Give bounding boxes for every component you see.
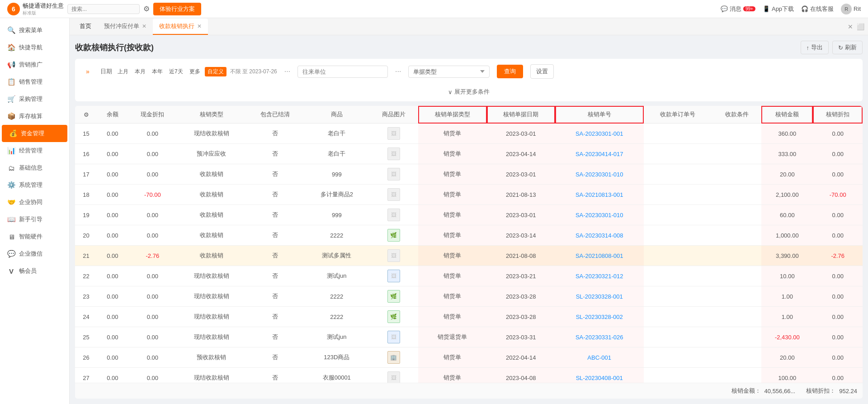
sidebar-item-member[interactable]: V 畅会员	[0, 262, 69, 280]
cell-goods: 999	[305, 205, 369, 225]
message-icon: 💬	[721, 5, 728, 12]
cell-goods-image: 🖼	[369, 124, 418, 144]
verify-number-link[interactable]: SL-20230408-001	[576, 375, 623, 381]
filter-date-last-month[interactable]: 上月	[116, 67, 130, 76]
tab-collection[interactable]: 收款核销执行 ✕	[153, 19, 208, 35]
cell-goods-image: 🖼	[369, 327, 418, 347]
cell-cash-discount: 0.00	[128, 124, 177, 144]
sidebar-item-purchase[interactable]: 🛒 采购管理	[0, 90, 69, 108]
table-header: ⚙ 余额 现金折扣 核销类型 包含已结清 商品 商品图片 核销单据类型 核销单据…	[75, 106, 863, 124]
tab-prepay[interactable]: 预付冲应付单 ✕	[98, 19, 153, 35]
filter-date-7days[interactable]: 近7天	[167, 67, 185, 76]
cell-verify-voucher-type: 销货单	[418, 347, 486, 368]
tab-home[interactable]: 首页	[73, 19, 98, 35]
verify-number-link[interactable]: SA-20230301-001	[576, 130, 623, 137]
verify-number-link[interactable]: SA-20230314-008	[576, 232, 623, 239]
cell-verify-type: 现结收款核销	[177, 327, 245, 347]
sidebar-item-basic[interactable]: 🗂 基础信息	[0, 159, 69, 176]
export-button[interactable]: ↑ 导出	[801, 41, 829, 54]
online-service-icon: 🎧	[801, 5, 808, 12]
sidebar-item-enterprise[interactable]: 🤝 企业协同	[0, 194, 69, 211]
sidebar-item-shortcut[interactable]: 🏠 快捷导航	[0, 39, 69, 56]
cell-payment-terms	[712, 124, 761, 144]
expand-more-button[interactable]: ∨ 展开更多条件	[448, 88, 490, 96]
sidebar-item-finance[interactable]: 💰 资金管理	[2, 125, 67, 142]
verify-number-link[interactable]: SL-20230328-002	[576, 314, 623, 320]
settings-gear-button[interactable]: ⚙	[143, 5, 150, 13]
cell-verify-type: 现结收款核销	[177, 124, 245, 144]
top-search-input[interactable]	[67, 4, 140, 14]
export-icon: ↑	[807, 44, 810, 51]
footer-verify-amount-value: 40,556,66...	[764, 388, 796, 394]
cell-verify-number: SA-20230331-026	[555, 327, 644, 347]
cell-collection-order	[644, 205, 712, 225]
verify-number-link[interactable]: SA-20230301-010	[576, 212, 623, 219]
verify-number-link[interactable]: SL-20230328-001	[576, 293, 623, 300]
sidebar-item-label: 系统管理	[19, 181, 42, 189]
filter-voucher-type-select[interactable]: 单据类型	[408, 66, 490, 78]
industry-solution-button[interactable]: 体验行业方案	[153, 3, 201, 15]
filter-toggle-button[interactable]: »	[82, 66, 93, 77]
goods-image: 🖼	[387, 249, 400, 262]
cell-collection-order	[644, 124, 712, 144]
refresh-button[interactable]: ↻ 刷新	[832, 41, 863, 54]
filter-partner-input[interactable]	[297, 66, 388, 78]
app-download-button[interactable]: 📱 App下载	[763, 5, 794, 13]
th-balance: 余额	[97, 106, 128, 124]
th-verify-amount: 核销金额	[761, 106, 813, 124]
filter-date-more[interactable]: 更多	[188, 67, 202, 76]
verify-number-link[interactable]: SA-20230331-026	[576, 334, 623, 341]
cell-cash-discount: 0.00	[128, 368, 177, 383]
cell-collection-order	[644, 307, 712, 327]
user-info[interactable]: R Rit	[841, 4, 861, 14]
th-settings[interactable]: ⚙	[75, 106, 97, 124]
search-button[interactable]: 查询	[497, 65, 523, 78]
message-button[interactable]: 💬 消息 99+	[721, 5, 755, 13]
cell-verify-type: 现结收款核销	[177, 286, 245, 307]
sidebar-item-inventory[interactable]: 📦 库存核算	[0, 108, 69, 125]
table-row: 22 0.00 0.00 现结收款核销 否 测试jun 🖼 销货单 2023-0…	[75, 266, 863, 286]
filter-date-this-year[interactable]: 本年	[150, 67, 165, 76]
sidebar-item-wechat[interactable]: 💬 企业微信	[0, 245, 69, 262]
verify-number-link[interactable]: SA-20230414-017	[576, 151, 623, 157]
cell-cash-discount: 0.00	[128, 225, 177, 246]
verify-number-link[interactable]: SA-20210808-001	[576, 252, 623, 259]
filter-date-range: 不限 至 2023-07-26	[230, 68, 277, 76]
sidebar-item-sales[interactable]: 📋 销售管理	[0, 73, 69, 90]
tab-close-all-button[interactable]: ✕	[848, 23, 853, 30]
cell-verify-amount: 10.00	[761, 266, 813, 286]
cell-goods-image: 🌿	[369, 225, 418, 246]
verify-number-link[interactable]: SA-20230301-010	[576, 171, 623, 178]
cell-goods-image: 🏢	[369, 347, 418, 368]
filter-settings-button[interactable]: 设置	[530, 64, 554, 79]
verify-number-link[interactable]: ABC-001	[587, 354, 611, 361]
cell-verify-date: 2023-03-14	[487, 225, 555, 246]
column-settings-icon[interactable]: ⚙	[84, 111, 89, 118]
cell-no: 20	[75, 225, 97, 246]
cell-verify-discount: 0.00	[813, 368, 863, 383]
sidebar-item-hardware[interactable]: 🖥 智能硬件	[0, 228, 69, 245]
logo-icon: 6	[7, 3, 20, 15]
tab-prepay-close[interactable]: ✕	[142, 23, 146, 29]
online-service-button[interactable]: 🎧 在线客服	[801, 5, 834, 13]
cell-balance: 0.00	[97, 225, 128, 246]
filter-date-this-month[interactable]: 本月	[133, 67, 147, 76]
sidebar-item-label: 销售管理	[19, 78, 42, 86]
cell-verify-amount: 360.00	[761, 124, 813, 144]
verify-number-link[interactable]: SA-20230321-012	[576, 273, 623, 280]
filter-date-custom[interactable]: 自定义	[205, 67, 226, 76]
sidebar-item-marketing[interactable]: 📢 营销推广	[0, 56, 69, 73]
cell-payment-terms	[712, 205, 761, 225]
cell-include-settled: 否	[245, 205, 304, 225]
table-wrapper[interactable]: ⚙ 余额 现金折扣 核销类型 包含已结清 商品 商品图片 核销单据类型 核销单据…	[75, 106, 863, 383]
cell-verify-number: SL-20230408-001	[555, 368, 644, 383]
sidebar-item-search[interactable]: 🔍 搜索菜单	[0, 22, 69, 39]
online-service-label: 在线客服	[810, 5, 834, 13]
sidebar-item-system[interactable]: ⚙️ 系统管理	[0, 176, 69, 194]
cell-goods: 2222	[305, 225, 369, 246]
tab-collection-close[interactable]: ✕	[197, 23, 202, 29]
tab-expand-button[interactable]: ⬜	[857, 23, 864, 30]
sidebar-item-guide[interactable]: 📖 新手引导	[0, 211, 69, 228]
verify-number-link[interactable]: SA-20210813-001	[576, 191, 623, 198]
sidebar-item-business[interactable]: 📊 经营管理	[0, 142, 69, 159]
